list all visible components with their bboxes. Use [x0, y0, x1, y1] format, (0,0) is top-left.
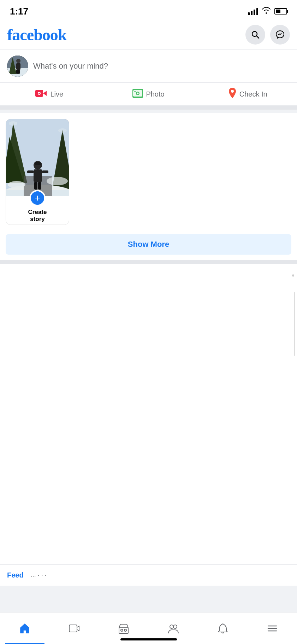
svg-rect-28: [34, 169, 42, 182]
svg-rect-37: [69, 625, 77, 632]
svg-point-34: [47, 177, 68, 185]
checkin-icon: [228, 88, 237, 100]
photo-button[interactable]: Photo: [99, 83, 198, 105]
post-composer[interactable]: What's on your mind?: [0, 50, 297, 83]
stories-scroll[interactable]: + Create story: [6, 119, 291, 231]
svg-point-42: [170, 625, 173, 628]
svg-rect-7: [16, 70, 18, 74]
svg-point-43: [173, 625, 177, 628]
avatar: [7, 56, 28, 77]
story-image: [6, 119, 69, 201]
video-icon: [68, 622, 80, 634]
svg-point-18: [231, 90, 234, 93]
svg-rect-17: [134, 91, 136, 92]
svg-point-41: [124, 629, 126, 631]
svg-point-36: [58, 128, 67, 133]
show-more-button[interactable]: Show More: [6, 234, 291, 255]
header-icons: [245, 25, 290, 45]
status-bar: 1:17: [0, 0, 297, 21]
messenger-button[interactable]: [270, 25, 290, 45]
content-area: [0, 264, 297, 441]
scroll-indicator: [292, 274, 294, 277]
fragment-subtitle: ... · · ·: [31, 572, 47, 579]
checkin-button[interactable]: Check In: [198, 83, 297, 105]
svg-marker-10: [43, 91, 47, 96]
status-icons: [248, 7, 287, 16]
signal-icon: [248, 7, 258, 15]
svg-point-40: [121, 629, 123, 631]
fragment-label: Feed: [7, 571, 24, 579]
nav-notifications[interactable]: [198, 613, 248, 644]
svg-rect-30: [42, 170, 48, 173]
svg-rect-31: [34, 182, 37, 190]
live-label: Live: [50, 90, 63, 98]
status-time: 1:17: [10, 6, 28, 17]
svg-rect-32: [38, 182, 41, 190]
notification-icon: [217, 622, 229, 634]
svg-rect-8: [18, 70, 20, 74]
live-button[interactable]: Live: [0, 83, 99, 105]
live-icon: [35, 89, 47, 99]
facebook-logo: facebook: [7, 25, 66, 44]
stories-section: + Create story: [0, 113, 297, 231]
create-story-label-line1: Create: [28, 209, 47, 216]
create-story-card[interactable]: + Create story: [6, 119, 69, 225]
section-separator-2: [0, 260, 297, 264]
nav-home[interactable]: [0, 613, 49, 644]
groups-icon: [167, 622, 179, 634]
action-bar: Live Photo Check In: [0, 83, 297, 106]
checkin-label: Check In: [239, 90, 267, 98]
menu-icon: [266, 622, 278, 634]
nav-video[interactable]: [49, 613, 99, 644]
create-story-label-line2: story: [28, 216, 47, 223]
header: facebook: [0, 21, 297, 50]
svg-rect-6: [16, 63, 20, 70]
search-button[interactable]: [245, 25, 265, 45]
svg-rect-39: [119, 628, 128, 633]
photo-label: Photo: [146, 90, 164, 98]
bottom-fragment: Feed ... · · ·: [0, 564, 297, 586]
svg-line-1: [257, 36, 259, 39]
marketplace-icon: [118, 622, 130, 634]
composer-placeholder[interactable]: What's on your mind?: [33, 62, 290, 71]
messenger-icon: [275, 30, 285, 39]
home-icon: [19, 622, 31, 634]
home-indicator: [120, 638, 177, 640]
svg-point-35: [9, 121, 17, 126]
extra-white-area: [0, 441, 297, 564]
wifi-icon: [262, 7, 271, 16]
search-icon: [251, 30, 260, 39]
svg-rect-29: [27, 170, 34, 173]
battery-icon: [274, 8, 287, 14]
section-separator: [0, 106, 297, 110]
scroll-track[interactable]: [294, 292, 295, 356]
create-story-plus[interactable]: +: [29, 190, 46, 206]
story-bottom: + Create story: [6, 196, 69, 225]
svg-rect-27: [35, 162, 41, 165]
nav-menu[interactable]: [248, 613, 297, 644]
svg-point-33: [8, 181, 25, 188]
svg-point-12: [38, 93, 40, 94]
svg-point-5: [16, 59, 20, 63]
show-more-section: Show More: [0, 231, 297, 260]
svg-point-16: [137, 92, 139, 94]
photo-icon: [132, 89, 143, 100]
